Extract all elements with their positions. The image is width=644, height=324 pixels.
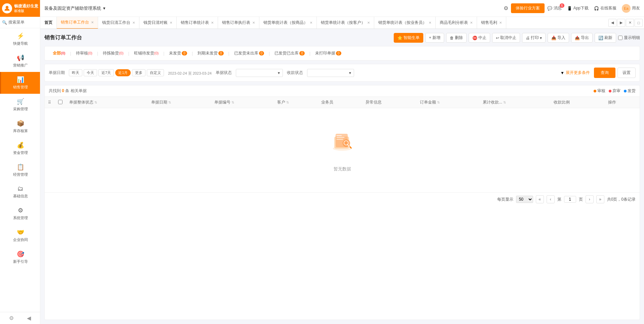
tab-close-sales-product-stat[interactable]: ✕ (310, 21, 312, 25)
tab-sales-customer-stat[interactable]: 销货单统计表（按客户）✕ (317, 17, 374, 29)
tab-close-cash-daily[interactable]: ✕ (132, 21, 135, 25)
date-yesterday[interactable]: 昨天 (69, 69, 82, 76)
th-date[interactable]: 单据日期⇅ (148, 97, 211, 108)
sub-tab-wangpu-pending[interactable]: 旺铺待发货(0) (130, 49, 163, 57)
tab-close-sales-customer-stat[interactable]: ✕ (367, 21, 370, 25)
show-detail-toggle[interactable]: 显示明细 (618, 35, 640, 41)
date-today[interactable]: 今天 (84, 69, 97, 76)
sidebar-item-operations[interactable]: 📋 经营管理 (0, 159, 40, 181)
tabbar: 首页销售订单工作台✕钱货日清工作台✕钱货日清对账✕销售订单统计表✕销售订单执行表… (40, 17, 644, 29)
tab-close-product-margin[interactable]: ✕ (470, 21, 473, 25)
sidebar-item-basic-info[interactable]: 🗂 基础信息 (0, 181, 40, 203)
show-detail-checkbox[interactable] (618, 36, 622, 40)
sub-tab-not-printed[interactable]: 未打印单据0 (311, 49, 345, 57)
tab-sales-revenue[interactable]: 销售毛利✕ (477, 17, 506, 29)
tab-close-sales-staff-stat[interactable]: ✕ (429, 21, 431, 25)
app-download[interactable]: 📱 App下载 (567, 5, 589, 11)
th-customer[interactable]: 客户⇅ (274, 97, 317, 108)
print-btn[interactable]: 🖨 打印 ▾ (522, 33, 546, 43)
tab-expand-btn[interactable]: □ (635, 19, 643, 27)
tab-sales-product-stat[interactable]: 销货单统计表（按商品）✕ (259, 17, 317, 29)
tab-prev-btn[interactable]: ◀ (608, 19, 616, 27)
tab-home[interactable]: 首页 (40, 17, 57, 29)
sub-tab-overdue-not-shipped[interactable]: 到期未发货0 (194, 49, 228, 57)
smart-create-btn[interactable]: ⭐ 智能生单 (394, 33, 423, 43)
sub-tab-not-shipped[interactable]: 未发货0 (165, 49, 191, 57)
sidebar-item-inventory[interactable]: 📦 库存核算 (0, 116, 40, 137)
sub-tab-pending-check[interactable]: 待拣验货(0) (99, 49, 127, 57)
payment-select[interactable]: ▾ (307, 69, 354, 77)
sidebar-item-system[interactable]: ⚙ 系统管理 (0, 203, 40, 225)
sidebar-item-quick-nav[interactable]: ⚡ 快捷导航 (0, 28, 40, 50)
next-page-btn[interactable]: › (586, 195, 594, 203)
tab-close-sales-exec[interactable]: ✕ (252, 21, 255, 25)
tab-sales-staff-stat[interactable]: 销货单统计表（按业务员）✕ (374, 17, 436, 29)
tab-sales-stat[interactable]: 销售订单统计表✕ (177, 17, 218, 29)
date-1month[interactable]: 近1月 (115, 69, 131, 76)
sidebar-item-guide[interactable]: 🎯 新手引导 (0, 246, 40, 268)
search-icon: 🔍 (2, 20, 7, 25)
tab-next-btn[interactable]: ▶ (617, 19, 625, 27)
message-item[interactable]: 💬 6 消息 (547, 5, 562, 11)
tab-close-sales-stat[interactable]: ✕ (211, 21, 214, 25)
solution-button[interactable]: 体验行业方案 (511, 3, 545, 13)
tab-sales-exec[interactable]: 销售订单执行表✕ (218, 17, 259, 29)
select-all-checkbox[interactable] (58, 100, 62, 104)
sub-tab-separator: | (309, 51, 311, 56)
unreview-btn[interactable]: 弃审 (609, 88, 620, 94)
last-page-btn[interactable]: » (596, 195, 604, 203)
import-btn[interactable]: 📥 导入 (548, 33, 569, 43)
dropdown-arrow[interactable]: ▾ (103, 6, 105, 11)
refresh-btn[interactable]: 🔄 刷新 (595, 33, 616, 43)
sub-tab-shipped-not-out[interactable]: 已发货未出库0 (230, 49, 268, 57)
sub-tab-pending-review[interactable]: 待审核(0) (72, 49, 96, 57)
sidebar-item-marketing[interactable]: 📢 营销推广 (0, 50, 40, 72)
topbar-settings-icon[interactable]: ⚙ (504, 5, 508, 11)
status-select[interactable]: ▾ (236, 69, 283, 77)
export-btn[interactable]: 📤 导出 (571, 33, 593, 43)
set-btn[interactable]: 设置 (617, 68, 636, 78)
tab-close-cash-reconcile[interactable]: ✕ (170, 21, 172, 25)
stop-btn[interactable]: ⛔ 中止 (469, 33, 490, 43)
online-service[interactable]: 🎧 在线客服 (594, 5, 616, 11)
sub-tab-all[interactable]: 全部(0) (49, 49, 69, 57)
tab-cash-daily[interactable]: 钱货日清工作台✕ (98, 17, 139, 29)
prev-page-btn[interactable]: ‹ (547, 195, 555, 203)
tab-close-sales-revenue[interactable]: ✕ (499, 21, 502, 25)
query-btn[interactable]: 查询 (594, 68, 615, 78)
page-input[interactable] (564, 196, 576, 203)
sidebar-item-enterprise[interactable]: 🤝 企业协同 (0, 225, 40, 246)
user-area[interactable]: Ea 用友 (622, 4, 640, 13)
date-7days[interactable]: 近7天 (98, 69, 114, 76)
delete-btn[interactable]: 🗑 删除 (446, 33, 467, 43)
review-btn[interactable]: 审核 (594, 88, 605, 94)
date-more[interactable]: 更多 (132, 69, 145, 76)
tab-close-all-btn[interactable]: ✕ (626, 19, 634, 27)
th-status[interactable]: 单据整体状态⇅ (66, 97, 148, 108)
settings-icon[interactable]: ⚙ (9, 315, 14, 321)
sidebar-item-purchase[interactable]: 🛒 采购管理 (0, 94, 40, 116)
page-size-select[interactable]: 50 10 20 100 (516, 196, 533, 203)
search-menu[interactable]: 🔍 搜索菜单 (0, 17, 40, 28)
add-btn[interactable]: + 新增 (425, 33, 444, 43)
count-related: 相关单据 (71, 88, 87, 93)
tab-cash-reconcile[interactable]: 钱货日清对账✕ (139, 17, 177, 29)
th-amount[interactable]: 订单金额⇅ (417, 97, 479, 108)
th-checkbox[interactable] (55, 97, 66, 108)
first-page-btn[interactable]: « (536, 195, 544, 203)
cancel-stop-btn[interactable]: ↩ 取消中止 (492, 33, 520, 43)
expand-conditions[interactable]: ▼ 展开更多条件 (560, 70, 590, 76)
sub-tab-shipped-out[interactable]: 已发货已出库0 (270, 49, 309, 57)
th-collected[interactable]: 累计收款...⇅ (479, 97, 550, 108)
th-number[interactable]: 单据编号⇅ (211, 97, 274, 108)
tab-product-margin[interactable]: 商品毛利分析表✕ (436, 17, 477, 29)
page-size-label: 每页显示 (497, 197, 513, 202)
collapse-icon[interactable]: ◀ (27, 315, 31, 321)
ship-btn[interactable]: 发货 (624, 88, 636, 94)
sidebar-item-sales[interactable]: 📊 销售管理 (0, 72, 40, 94)
date-custom[interactable]: 自定义 (147, 69, 164, 76)
tab-close-sales-workbench[interactable]: ✕ (91, 21, 94, 24)
topbar: 装备及固定资产辅助管理系统 ▾ ⚙ 体验行业方案 💬 6 消息 📱 App下载 … (40, 0, 644, 17)
sidebar-item-finance[interactable]: 💰 资金管理 (0, 137, 40, 159)
tab-sales-workbench[interactable]: 销售订单工作台✕ (57, 17, 98, 29)
